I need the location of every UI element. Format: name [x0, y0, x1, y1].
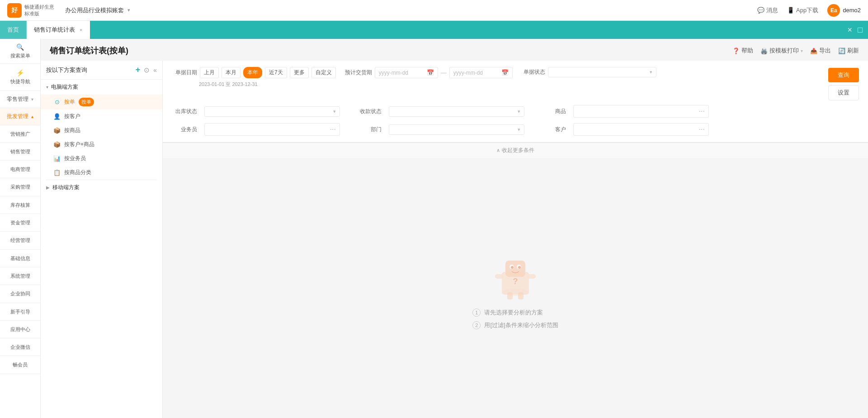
- by-product-icon: 📦: [53, 127, 61, 134]
- sidebar-item-operation[interactable]: 经营管理: [0, 232, 40, 249]
- date-btn-this-year[interactable]: 本年: [243, 67, 262, 78]
- page-title: 销售订单统计表(按单): [50, 45, 128, 56]
- sidebar-item-wechat[interactable]: 企业微信: [0, 338, 40, 356]
- help-action[interactable]: ❓ 帮助: [732, 47, 753, 55]
- sidebar-item-system[interactable]: 系统管理: [0, 267, 40, 285]
- tab-close-icon[interactable]: ×: [80, 27, 82, 33]
- delivery-status-select[interactable]: ▾: [204, 106, 340, 117]
- refresh-icon: 🔄: [838, 48, 845, 54]
- date-btn-last-month[interactable]: 上月: [200, 67, 219, 78]
- sidebar-wholesale-label: 批发管理: [7, 113, 28, 120]
- status-select[interactable]: ▾: [548, 67, 656, 77]
- customer-select[interactable]: ···: [573, 123, 709, 136]
- sidebar-item-member[interactable]: 畅会员: [0, 356, 40, 374]
- date-btn-this-month[interactable]: 本月: [222, 67, 241, 78]
- sidebar-item-inventory[interactable]: 库存核算: [0, 196, 40, 214]
- sidebar-retail-arrow: ▾: [31, 97, 33, 102]
- content-area: 销售订单统计表(按单) ❓ 帮助 🖨️ 按模板打印 ▾ 📤 导出 🔄 刷新: [41, 39, 868, 418]
- customer-dots-icon[interactable]: ···: [699, 125, 705, 133]
- date-btn-more[interactable]: 更多: [290, 67, 309, 78]
- add-scheme-btn[interactable]: +: [136, 65, 141, 75]
- tab-sales-stat[interactable]: 销售订单统计表 ×: [27, 21, 90, 39]
- sidebar-item-enterprise[interactable]: 企业协同: [0, 285, 40, 303]
- help-label: 帮助: [741, 47, 753, 55]
- tab-maximize-btn[interactable]: □: [858, 25, 863, 35]
- tip-text-2: 用[过滤]条件来缩小分析范围: [484, 321, 558, 329]
- sidebar-search[interactable]: 🔍 搜索菜单: [0, 39, 40, 64]
- product-select[interactable]: ···: [573, 105, 709, 118]
- by-order-label: 按单: [64, 98, 75, 106]
- sidebar-item-apps[interactable]: 应用中心: [0, 321, 40, 338]
- salesman-select[interactable]: ···: [204, 123, 340, 136]
- app-download-action[interactable]: 📱 App下载: [787, 6, 818, 14]
- sidebar-item-purchase[interactable]: 采购管理: [0, 178, 40, 196]
- expected-date-from[interactable]: yyyy-mm-dd 📅: [375, 67, 438, 78]
- sidebar-item-newbie[interactable]: 新手引导: [0, 303, 40, 321]
- sidebar-item-sales[interactable]: 销售管理: [0, 143, 40, 161]
- mobile-group-title[interactable]: ▶ 移动端方案: [41, 180, 162, 195]
- query-btn-area: 查询 设置: [828, 67, 859, 100]
- date-btn-7days[interactable]: 近7天: [265, 67, 287, 78]
- by-category-icon: 📋: [53, 169, 61, 176]
- expected-date-to[interactable]: yyyy-mm-dd 📅: [449, 67, 513, 78]
- avatar-initials: Ea: [830, 7, 837, 14]
- scheme-by-customer[interactable]: 👤 按客户: [41, 109, 162, 124]
- sidebar-enterprise-label: 企业协同: [10, 290, 30, 297]
- by-customer-icon: 👤: [53, 113, 61, 120]
- sidebar-quicknav[interactable]: ⚡ 快捷导航: [0, 64, 40, 90]
- salesman-dots-icon[interactable]: ···: [330, 125, 336, 133]
- sidebar-operation-label: 经营管理: [10, 237, 30, 243]
- sidebar-item-marketing[interactable]: 营销推广: [0, 125, 40, 143]
- pc-scheme-group: ▾ 电脑端方案 ⊙ 按单 按单 👤 按客户: [41, 80, 162, 180]
- sidebar-item-finance[interactable]: 资金管理: [0, 214, 40, 232]
- sidebar: 🔍 搜索菜单 ⚡ 快捷导航 零售管理 ▾ 批发管理 ▴ 营销推广 销售管理 电商…: [0, 39, 41, 418]
- payment-arrow-icon: ▾: [518, 109, 520, 114]
- date-btn-custom[interactable]: 自定义: [311, 67, 336, 78]
- scheme-by-order[interactable]: ⊙ 按单 按单: [41, 95, 162, 109]
- export-action[interactable]: 📤 导出: [810, 47, 831, 55]
- breadcrumb-arrow[interactable]: ▾: [127, 7, 130, 13]
- date-buttons-group: 上月 本月 本年 近7天 更多 自定义: [200, 67, 336, 78]
- message-action[interactable]: 💬 消息: [757, 6, 778, 14]
- dept-select[interactable]: ▾: [389, 124, 524, 135]
- svg-point-6: [518, 266, 521, 269]
- pc-group-title[interactable]: ▾ 电脑端方案: [41, 80, 162, 95]
- tab-home[interactable]: 首页: [0, 21, 27, 39]
- date-filter-top: 单据日期 上月 本月 本年 近7天 更多 自定义: [172, 67, 336, 78]
- by-order-icon: ⊙: [53, 99, 61, 106]
- sidebar-sales-label: 销售管理: [10, 148, 30, 155]
- sidebar-item-retail[interactable]: 零售管理 ▾: [0, 91, 40, 108]
- sidebar-item-wholesale[interactable]: 批发管理 ▴: [0, 108, 40, 125]
- collapse-panel-btn[interactable]: «: [153, 66, 157, 74]
- date-placeholder-2: yyyy-mm-dd: [453, 70, 501, 76]
- sidebar-item-ecommerce[interactable]: 电商管理: [0, 161, 40, 178]
- sidebar-item-basic[interactable]: 基础信息: [0, 250, 40, 267]
- tip-num-2: 2: [472, 321, 481, 329]
- payment-status-select[interactable]: ▾: [389, 106, 524, 117]
- settings-button[interactable]: 设置: [828, 85, 859, 100]
- product-dots-icon[interactable]: ···: [699, 107, 705, 115]
- date-range-display: 2023-01-01 至 2023-12-31: [172, 81, 336, 88]
- sidebar-member-label: 畅会员: [13, 361, 28, 368]
- main-layout: 🔍 搜索菜单 ⚡ 快捷导航 零售管理 ▾ 批发管理 ▴ 营销推广 销售管理 电商…: [0, 39, 868, 418]
- user-area[interactable]: Ea demo2: [827, 4, 861, 17]
- query-button[interactable]: 查询: [828, 68, 859, 82]
- scheme-by-category[interactable]: 📋 按商品分类: [41, 166, 162, 180]
- scheme-by-product[interactable]: 📦 按商品: [41, 124, 162, 138]
- filter-area: 单据日期 上月 本月 本年 近7天 更多 自定义: [163, 61, 868, 142]
- tab-minimize-btn[interactable]: ×: [848, 25, 853, 35]
- sidebar-wechat-label: 企业微信: [10, 344, 30, 350]
- page-actions: ❓ 帮助 🖨️ 按模板打印 ▾ 📤 导出 🔄 刷新: [732, 47, 859, 55]
- status-label: 单据状态: [520, 68, 545, 76]
- tab-bar: 首页 销售订单统计表 × × □: [0, 21, 868, 39]
- scheme-by-cust-prod[interactable]: 📦 按客户+商品: [41, 138, 162, 152]
- sidebar-ecommerce-label: 电商管理: [10, 166, 30, 172]
- status-arrow-icon: ▾: [650, 69, 652, 75]
- logo-area: 好 畅捷通好生意 标准版: [7, 3, 54, 18]
- refresh-action[interactable]: 🔄 刷新: [838, 47, 859, 55]
- settings-scheme-btn[interactable]: ⊙: [144, 66, 150, 74]
- collapse-bar[interactable]: ∧ 收起更多条件: [163, 142, 868, 158]
- scheme-by-salesman[interactable]: 📊 按业务员: [41, 152, 162, 166]
- print-action[interactable]: 🖨️ 按模板打印 ▾: [760, 47, 803, 55]
- help-icon: ❓: [732, 48, 740, 54]
